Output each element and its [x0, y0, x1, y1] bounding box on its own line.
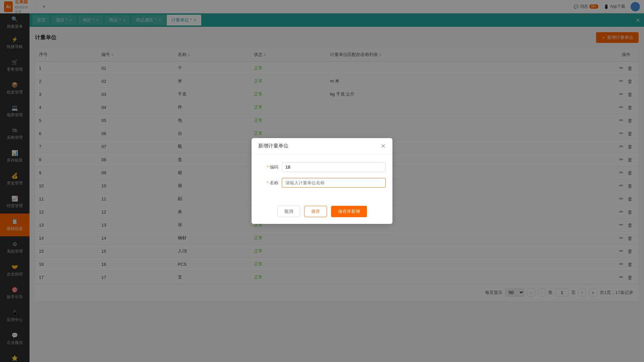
modal-close-button[interactable]: ✕ — [381, 143, 386, 149]
modal-title: 新增计量单位 — [258, 143, 288, 149]
form-row-code: * 编码 — [258, 162, 386, 172]
add-unit-modal: 新增计量单位 ✕ * 编码 * 名称 取消 保存 保存并新增 — [252, 138, 392, 224]
name-label: * 名称 — [258, 180, 278, 186]
save-button[interactable]: 保存 — [304, 206, 327, 217]
cancel-button[interactable]: 取消 — [277, 206, 300, 217]
name-required-mark: * — [267, 180, 268, 185]
code-label: * 编码 — [258, 164, 278, 170]
save-and-new-button[interactable]: 保存并新增 — [331, 206, 367, 217]
name-input[interactable] — [282, 178, 386, 188]
modal-footer: 取消 保存 保存并新增 — [252, 202, 392, 224]
code-input[interactable] — [282, 162, 386, 172]
form-row-name: * 名称 — [258, 178, 386, 188]
modal-body: * 编码 * 名称 — [252, 154, 392, 202]
code-required-mark: * — [267, 165, 268, 170]
modal-overlay: 新增计量单位 ✕ * 编码 * 名称 取消 保存 保存并新增 — [0, 0, 644, 362]
modal-header: 新增计量单位 ✕ — [252, 138, 392, 154]
